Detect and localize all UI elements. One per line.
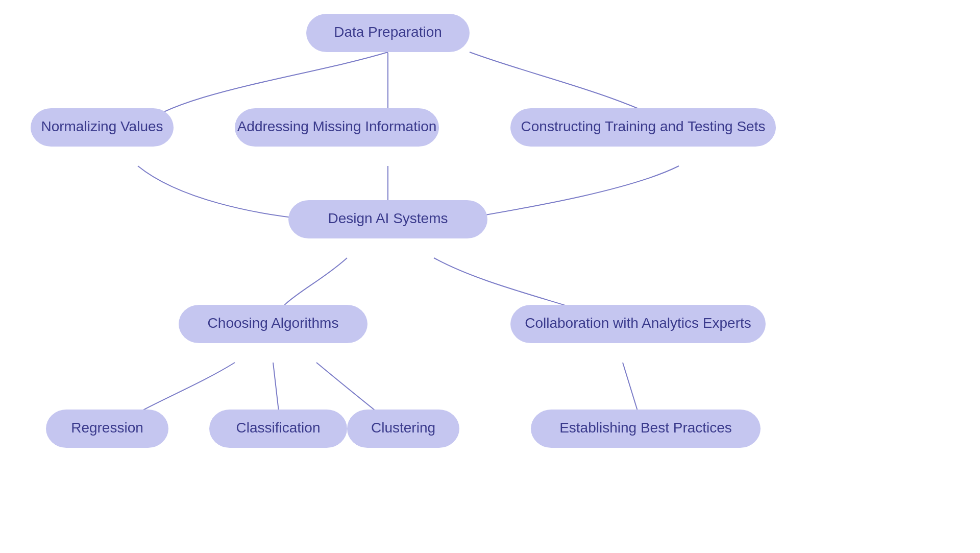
flowchart-diagram: Data Preparation Normalizing Values Addr…	[0, 0, 980, 553]
label-collaboration: Collaboration with Analytics Experts	[525, 315, 751, 331]
label-best-practices: Establishing Best Practices	[559, 420, 732, 436]
arrow-normalizing-design	[138, 166, 311, 220]
label-training: Constructing Training and Testing Sets	[521, 118, 766, 134]
label-data-preparation: Data Preparation	[334, 24, 442, 40]
label-design-ai: Design AI Systems	[328, 210, 448, 226]
label-classification: Classification	[236, 420, 321, 436]
label-choosing: Choosing Algorithms	[208, 315, 339, 331]
label-normalizing: Normalizing Values	[41, 118, 163, 134]
arrow-training-design	[463, 166, 679, 220]
label-missing: Addressing Missing Information	[237, 118, 437, 134]
label-regression: Regression	[71, 420, 143, 436]
label-clustering: Clustering	[371, 420, 435, 436]
